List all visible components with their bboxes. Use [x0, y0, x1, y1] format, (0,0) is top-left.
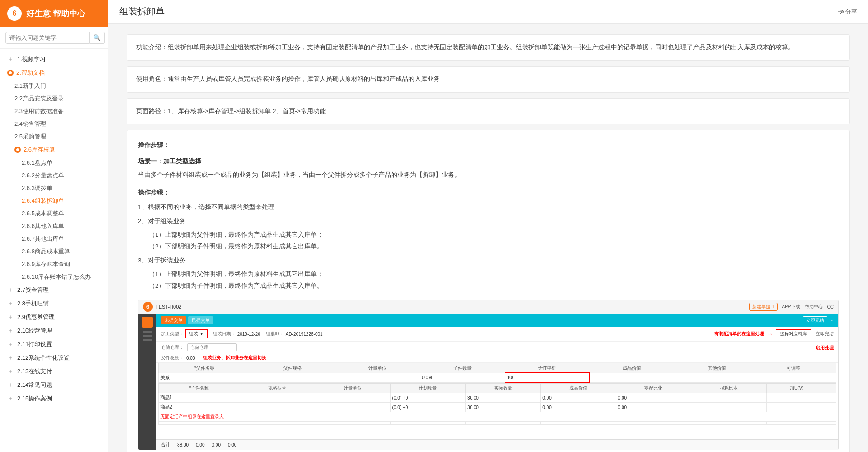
th-extra: 加U(V): [766, 384, 827, 393]
mock-top-table-body: 关系 0.0M 100: [159, 373, 836, 382]
sidebar-item-partstocktake[interactable]: 2.6.2分量盘点单: [0, 169, 108, 182]
sidebar-item-goodscost[interactable]: 2.6.8商品成本重算: [0, 245, 108, 258]
plus-icon-8: ＋: [7, 367, 14, 376]
annotation-5-text: 无固定活产中组录在这里置录入: [160, 414, 224, 419]
sidebar-item-finance[interactable]: ＋ 2.7资金管理: [0, 283, 108, 297]
mock-logo: 6: [143, 302, 153, 312]
table-row-b3: 无固定活产中组录在这里置录入: [159, 412, 836, 422]
th-ratio: 零配比业: [616, 384, 691, 393]
mock-nav-help: 帮助中心: [805, 304, 823, 310]
td-empty-4f: [541, 422, 616, 425]
td-child-name-2: 商品2: [159, 403, 240, 412]
th-plan-qty: 计划数量: [390, 384, 465, 393]
path-intro-box: 页面路径：1、库存核算->库存管理->组装拆卸单 2、首页->常用功能: [127, 98, 850, 124]
sidebar-item-costadj[interactable]: 2.6.5成本调整单: [0, 207, 108, 220]
th-product-value: 成品价值: [590, 363, 675, 373]
sidebar-item-otherin[interactable]: 2.6.6其他入库单: [0, 220, 108, 233]
share-icon: [837, 9, 844, 15]
th-child-unit2: 计量单位: [315, 384, 390, 393]
mock-top-table-header: *父件名称 父件规格 计量单位 子件数量 子件单价 成品价值 其他价值 可调整: [159, 363, 836, 373]
th-actual-qty: 实际数量: [465, 384, 540, 393]
td-extra-2: [766, 403, 827, 412]
sidebar-item-stockerr[interactable]: 2.6.10库存账本错了怎么办: [0, 271, 108, 283]
mock-form-row2: 仓储仓库： 启用处理: [156, 342, 838, 353]
page-header: 组装拆卸单 分享: [108, 0, 868, 24]
mock-bottom-table-wrapper: *子件名称 规格型号 计量单位 计划数量 实际数量 成品价值 零配比业 损耗比业: [156, 383, 838, 439]
step2-sub1: （1）上部明细为父件明细，最终作为产成品生成其它入库单；: [138, 229, 839, 241]
sidebar-item-mobile[interactable]: ＋ 2.8手机旺铺: [0, 297, 108, 310]
sidebar-item-stockcheck[interactable]: 2.6.9库存账本查询: [0, 258, 108, 271]
app-logo: 6: [7, 6, 22, 21]
td-child-unit-2: [315, 403, 390, 412]
sidebar-item-faq[interactable]: ＋ 2.14常见问题: [0, 378, 108, 392]
th-child-qty: 子件数量: [420, 363, 505, 373]
mock-form-row1: 加工类型： 组装 ▼ 组装日期： 2019-12-26 组批ID： AD-201…: [156, 327, 838, 342]
sidebar-item-docs[interactable]: 2.帮助文档: [0, 66, 108, 80]
td-parent-unit: [335, 373, 420, 382]
plus-icon-10: ＋: [7, 395, 14, 403]
sidebar-item-cases[interactable]: ＋ 2.15操作案例: [0, 392, 108, 405]
sidebar-item-assembly[interactable]: 2.6.4组装拆卸单: [0, 195, 108, 207]
td-product-value: [590, 373, 675, 382]
mock-warehouse-input[interactable]: [187, 343, 237, 351]
mock-bottom-table-body: 商品1 (0.0) +0 30.00 0.00 0.00: [159, 393, 836, 425]
mock-orange-btn: 新建单据-1: [749, 303, 778, 311]
td-adjustable: [760, 373, 827, 382]
td-parent-name: 关系: [159, 373, 250, 382]
share-button[interactable]: 分享: [837, 8, 857, 16]
th-child-price: 子件单价: [505, 363, 590, 373]
mock-content-area: 未提交单 已提交单 立即完结 ⋯ 加工类型：: [156, 314, 838, 450]
mock-annotation2-area: 启用处理: [816, 343, 834, 351]
mock-more-icon: ⋯: [829, 318, 834, 323]
sidebar-item-otherout[interactable]: 2.6.7其他出库单: [0, 233, 108, 245]
footer-total4: 0.00: [228, 442, 236, 447]
mock-nav-cc: CC: [827, 305, 834, 309]
footer-label: 合计: [161, 442, 170, 448]
mock-warehouse-label: 仓储仓库：: [161, 344, 184, 351]
sidebar-item-inventory[interactable]: 2.6库存核算: [0, 143, 108, 157]
th-product-value2: 成品价值: [541, 384, 616, 393]
td-other-value: [675, 373, 760, 382]
steps-label: 操作步骤：: [138, 187, 839, 199]
sidebar-item-predata[interactable]: 2.3使用前数据准备: [0, 105, 108, 118]
plus-icon-5: ＋: [7, 327, 14, 335]
td-loss-2: [691, 403, 766, 412]
td-ops-b2: [827, 403, 836, 412]
footer-total2: 0.00: [196, 442, 204, 447]
table-row-b1: 商品1 (0.0) +0 30.00 0.00 0.00: [159, 393, 836, 403]
td-row-ops: [827, 373, 836, 382]
mock-tabs: 未提交单 已提交单: [161, 316, 213, 324]
table-row: 关系 0.0M 100: [159, 373, 836, 382]
sidebar-item-adjust[interactable]: 2.6.3调拨单: [0, 182, 108, 195]
mock-confirm-btn[interactable]: 立即完结: [803, 316, 827, 324]
sidebar-item-sales[interactable]: 2.4销售管理: [0, 118, 108, 130]
sidebar: 6 好生意 帮助中心 🔍 ＋ 1.视频学习 2.帮助文档 2.1新手入门 2.2…: [0, 0, 108, 452]
mock-parent-label: 父件总数：: [161, 355, 184, 361]
mock-type-label: 加工类型：: [161, 331, 184, 337]
scene1-title: 场景一：加工类型选择: [138, 157, 839, 166]
search-input[interactable]: [5, 32, 90, 44]
mock-top-table-wrapper: *父件名称 父件规格 计量单位 子件数量 子件单价 成品价值 其他价值 可调整: [156, 363, 838, 383]
sidebar-item-custom[interactable]: ＋ 2.12系统个性化设置: [0, 351, 108, 365]
sidebar-item-ops[interactable]: ＋ 2.10经营管理: [0, 324, 108, 338]
sidebar-header: 6 好生意 帮助中心: [0, 0, 108, 27]
td-empty-4b: [240, 422, 315, 425]
mock-nav-app: APP下载: [782, 304, 800, 310]
sidebar-item-video[interactable]: ＋ 1.视频学习: [0, 52, 108, 66]
annotation-3-text: 组装业务、拆卸业务在这里切换: [203, 355, 266, 361]
mock-left-sidebar: [138, 314, 156, 450]
td-empty-4c: [315, 422, 390, 425]
mock-bottom-table-header: *子件名称 规格型号 计量单位 计划数量 实际数量 成品价值 零配比业 损耗比业: [159, 384, 836, 393]
sidebar-item-coupon[interactable]: ＋ 2.9优惠券管理: [0, 310, 108, 324]
sidebar-item-stocktake[interactable]: 2.6.1盘点单: [0, 157, 108, 169]
td-plan-1: (0.0) +0: [390, 393, 465, 403]
td-empty-4i: [766, 422, 827, 425]
table-row-b2: 商品2 (0.0) +0 30.00 0.00 0.00: [159, 403, 836, 412]
search-button[interactable]: 🔍: [90, 32, 105, 44]
sidebar-item-purchase[interactable]: 2.5采购管理: [0, 130, 108, 143]
sidebar-item-pay[interactable]: ＋ 2.13在线支付: [0, 365, 108, 378]
footer-total3: 0.00: [212, 442, 221, 447]
sidebar-item-newbie[interactable]: 2.1新手入门: [0, 80, 108, 92]
sidebar-item-print[interactable]: ＋ 2.11打印设置: [0, 338, 108, 351]
sidebar-item-install[interactable]: 2.2产品安装及登录: [0, 92, 108, 105]
